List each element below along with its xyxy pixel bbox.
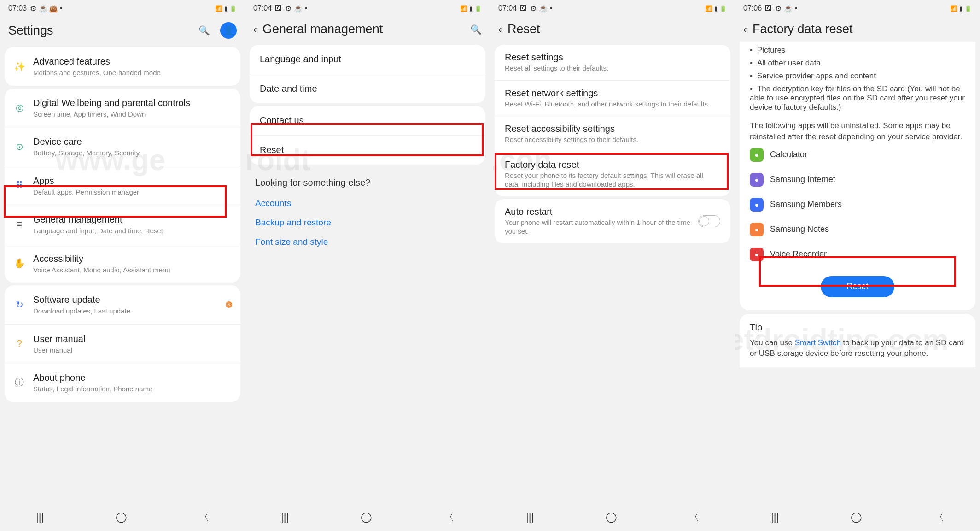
page-header: ‹ Factory data reset [735, 17, 980, 42]
page-title: Settings [8, 24, 193, 38]
battery-icon: 🔋 [474, 5, 482, 12]
toggle-switch[interactable] [698, 215, 720, 227]
more-dot: • [550, 4, 553, 12]
back-button[interactable]: 〈 [934, 510, 944, 524]
recents-button[interactable]: ||| [526, 511, 534, 523]
app-row: ●Samsung Internet [750, 167, 965, 192]
menu-item[interactable]: Date and time [250, 74, 485, 103]
card-group: ◎ Digital Wellbeing and parental control… [5, 88, 240, 283]
page-header: ‹ Reset [490, 17, 735, 42]
settings-item[interactable]: ≡ General management Language and input,… [5, 205, 240, 244]
page-title: General management [262, 22, 465, 36]
smart-switch-link[interactable]: Smart Switch [795, 338, 841, 347]
item-title: Advanced features [33, 55, 232, 67]
app-icon: ● [750, 248, 764, 261]
item-sub: Voice Assistant, Mono audio, Assistant m… [33, 266, 232, 275]
clock: 07:03 [8, 4, 27, 12]
item-sub: Battery, Storage, Memory, Security [33, 148, 232, 158]
battery-icon: 🔋 [964, 5, 972, 12]
back-button[interactable]: 〈 [444, 510, 454, 524]
menu-item[interactable]: Contact us [250, 106, 485, 136]
item-sub: User manual [33, 346, 232, 355]
signal-icon: ▮ [224, 5, 228, 12]
page-header: Settings 🔍 👤 [0, 17, 245, 44]
coffee-icon: ☕ [40, 5, 47, 12]
app-row: ●Samsung Notes [750, 217, 965, 242]
back-button[interactable]: 〈 [199, 510, 209, 524]
back-icon[interactable]: ‹ [743, 23, 747, 36]
item-title: Factory data reset [505, 159, 720, 170]
page-header: ‹ General management 🔍 [245, 17, 490, 42]
reset-item[interactable]: Reset accessibility settingsReset access… [495, 116, 730, 152]
recents-button[interactable]: ||| [281, 511, 289, 523]
settings-item[interactable]: ✋ Accessibility Voice Assistant, Mono au… [5, 244, 240, 283]
back-icon[interactable]: ‹ [253, 23, 257, 36]
reset-item[interactable]: Reset network settingsReset Wi-Fi, Bluet… [495, 81, 730, 117]
settings-item[interactable]: ⓘ About phone Status, Legal information,… [5, 363, 240, 402]
app-icon: ● [750, 173, 764, 187]
bullet-item: All other user data [750, 57, 965, 70]
bullet-item: Pictures [750, 44, 965, 57]
item-title: Reset settings [505, 52, 720, 63]
back-icon[interactable]: ‹ [498, 23, 502, 36]
item-title: Software update [33, 294, 218, 306]
back-button[interactable]: 〈 [689, 510, 699, 524]
home-button[interactable]: ◯ [116, 511, 127, 523]
status-bar: 07:04 🖼 ⚙ ☕ • 📶 ▮ 🔋 [245, 0, 490, 17]
card-group: Language and inputDate and time [250, 45, 485, 103]
bullet-item: Service provider apps and content [750, 70, 965, 83]
reset-button[interactable]: Reset [821, 276, 894, 297]
uninstall-note: The following apps will be uninstalled. … [750, 120, 965, 142]
app-label: Calculator [770, 150, 807, 159]
reset-item[interactable]: Reset settingsReset all settings to thei… [495, 45, 730, 81]
profile-avatar[interactable]: 👤 [220, 22, 237, 39]
link-item[interactable]: Font size and style [245, 232, 490, 252]
signal-icon: ▮ [469, 5, 472, 12]
general-management-icon: ≡ [13, 218, 26, 231]
item-sub: Reset all settings to their defaults. [505, 64, 720, 73]
search-icon[interactable]: 🔍 [198, 25, 210, 36]
settings-item[interactable]: ⊙ Device care Battery, Storage, Memory, … [5, 127, 240, 166]
nav-bar: ||| ◯ 〈 [0, 503, 245, 531]
section-heading: Looking for something else? [245, 167, 490, 194]
settings-item[interactable]: ✨ Advanced features Motions and gestures… [5, 47, 240, 86]
item-sub: Motions and gestures, One-handed mode [33, 68, 232, 77]
user-manual-icon: ? [13, 337, 26, 350]
card-group: ✨ Advanced features Motions and gestures… [5, 47, 240, 86]
phone-settings: 07:03 ⚙ ☕ 👜 • 📶 ▮ 🔋 Settings 🔍 👤 ✨ Advan… [0, 0, 245, 531]
app-label: Voice Recorder [770, 249, 827, 259]
recents-button[interactable]: ||| [771, 511, 779, 523]
image-icon: 🖼 [274, 5, 282, 12]
phone-factory-data-reset: 07:06 🖼 ⚙ ☕ • 📶 ▮ 🔋 ‹ Factory data reset… [735, 0, 980, 531]
reset-item[interactable]: Factory data resetReset your phone to it… [495, 152, 730, 196]
menu-item[interactable]: Reset [250, 136, 485, 165]
home-button[interactable]: ◯ [851, 511, 862, 523]
clock: 07:04 [498, 4, 517, 12]
item-sub: Reset accessibility settings to their de… [505, 135, 720, 144]
settings-item[interactable]: ? User manual User manual [5, 324, 240, 364]
home-button[interactable]: ◯ [361, 511, 372, 523]
settings-item[interactable]: ↻ Software update Download updates, Last… [5, 285, 240, 324]
menu-item[interactable]: Language and input [250, 45, 485, 74]
signal-icon: ▮ [714, 5, 718, 12]
home-button[interactable]: ◯ [606, 511, 617, 523]
phone-general-management: 07:04 🖼 ⚙ ☕ • 📶 ▮ 🔋 ‹ General management… [245, 0, 490, 531]
coffee-icon: ☕ [785, 5, 792, 12]
tip-title: Tip [750, 322, 965, 333]
more-dot: • [60, 4, 63, 12]
item-title: About phone [33, 372, 232, 384]
item-title: User manual [33, 333, 232, 345]
item-sub: Reset Wi-Fi, Bluetooth, and other networ… [505, 100, 720, 109]
link-item[interactable]: Backup and restore [245, 213, 490, 232]
recents-button[interactable]: ||| [36, 511, 44, 523]
item-sub: Language and input, Date and time, Reset [33, 226, 232, 236]
clock: 07:06 [743, 4, 762, 12]
battery-icon: 🔋 [229, 5, 237, 12]
gear-icon: ⚙ [29, 5, 37, 12]
settings-item[interactable]: ◎ Digital Wellbeing and parental control… [5, 88, 240, 128]
item-sub: Screen time, App timers, Wind Down [33, 110, 232, 119]
link-item[interactable]: Accounts [245, 194, 490, 213]
settings-item[interactable]: ⠿ Apps Default apps, Permission manager [5, 166, 240, 206]
auto-restart-item[interactable]: Auto restart Your phone will restart aut… [495, 199, 730, 243]
search-icon[interactable]: 🔍 [470, 24, 482, 35]
